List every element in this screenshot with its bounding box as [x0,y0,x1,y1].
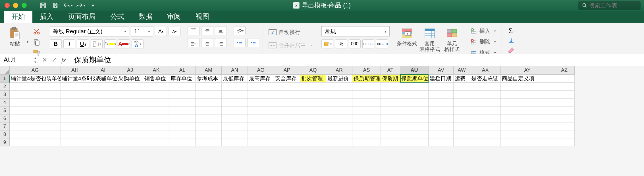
column-header-AN[interactable]: AN [222,66,248,75]
percent-format-button[interactable]: % [335,39,347,48]
cell-AM7[interactable] [196,122,222,130]
cell-AV6[interactable] [429,114,454,122]
row-header-7[interactable]: 7 [0,122,10,130]
column-header-AK[interactable]: AK [143,66,169,75]
cell-AT7[interactable] [381,122,400,130]
comma-format-button[interactable]: 000 [349,39,361,48]
cell-styles-button[interactable]: 单元 格样式 [442,26,462,52]
cell-AN6[interactable] [222,114,248,122]
cell-AZ1[interactable] [554,75,575,83]
cell-AI5[interactable] [89,107,117,114]
cell-AK4[interactable] [143,99,169,107]
cell-AH3[interactable] [61,91,89,99]
cell-AT5[interactable] [381,107,400,114]
cell-AL3[interactable] [169,91,196,99]
cell-AI2[interactable] [89,83,117,91]
cell-AN4[interactable] [222,99,248,107]
cell-AJ4[interactable] [117,99,143,107]
cell-AX4[interactable] [470,99,501,107]
tab-review[interactable]: 审阅 [160,9,188,23]
cell-AU2[interactable] [400,83,429,91]
cell-AS6[interactable] [352,114,381,122]
cell-AG1[interactable]: 辅计量4是否包装单位 [10,75,61,83]
fill-button[interactable] [505,37,517,44]
decrease-decimal-button[interactable]: .00←.0 [376,39,388,48]
cell-AW6[interactable] [454,114,470,122]
cell-AO2[interactable] [248,83,274,91]
row-header-6[interactable]: 6 [0,114,10,122]
cell-AL7[interactable] [169,122,196,130]
cell-AJ9[interactable] [117,138,143,146]
column-header-AY[interactable]: AY [501,66,554,75]
cell-AW3[interactable] [454,91,470,99]
cell-AX7[interactable] [470,122,501,130]
row-header-4[interactable]: 4 [0,99,10,107]
cell-AQ8[interactable] [300,130,326,138]
row-header-8[interactable]: 8 [0,130,10,138]
column-header-AO[interactable]: AO [248,66,274,75]
cell-AI8[interactable] [89,130,117,138]
cell-AM2[interactable] [196,83,222,91]
cell-AQ9[interactable] [300,138,326,146]
clear-button[interactable] [505,46,517,54]
cell-AP2[interactable] [274,83,300,91]
cell-AH8[interactable] [61,130,89,138]
cell-AR8[interactable] [326,130,352,138]
cell-AK8[interactable] [143,130,169,138]
cell-AQ1[interactable]: 批次管理 [300,75,326,83]
column-header-AT[interactable]: AT [381,66,400,75]
cell-AN8[interactable] [222,130,248,138]
align-left-button[interactable] [188,38,200,47]
cell-AZ7[interactable] [554,122,575,130]
customize-qat-icon[interactable]: ▾ [88,2,98,9]
cell-AZ6[interactable] [554,114,575,122]
cell-AZ3[interactable] [554,91,575,99]
cell-AO7[interactable] [248,122,274,130]
column-header-AU[interactable]: AU [400,66,429,75]
cell-AJ2[interactable] [117,83,143,91]
cell-AT6[interactable] [381,114,400,122]
save-icon[interactable] [51,2,60,9]
cell-AV7[interactable] [429,122,454,130]
cell-AN1[interactable]: 最低库存 [222,75,248,83]
format-as-table-button[interactable]: 套用 表格格式 [419,26,440,52]
cell-AJ5[interactable] [117,107,143,114]
cell-AK5[interactable] [143,107,169,114]
cell-AP9[interactable] [274,138,300,146]
cell-AY8[interactable] [501,130,554,138]
align-top-button[interactable] [188,26,200,35]
cell-AV8[interactable] [429,130,454,138]
minimize-window-button[interactable] [13,3,18,8]
tab-home[interactable]: 开始 [4,9,32,23]
cell-AW2[interactable] [454,83,470,91]
cell-AH4[interactable] [61,99,89,107]
wrap-text-button[interactable]: 自动换行 [266,27,303,37]
cell-AG6[interactable] [10,114,61,122]
cell-AS3[interactable] [352,91,381,99]
cancel-formula-button[interactable]: ✕ [42,56,47,64]
cell-AL9[interactable] [169,138,196,146]
cell-AY6[interactable] [501,114,554,122]
cell-AV3[interactable] [429,91,454,99]
cell-AO3[interactable] [248,91,274,99]
cell-AG9[interactable] [10,138,61,146]
cell-AP4[interactable] [274,99,300,107]
cell-AX5[interactable] [470,107,501,114]
cell-AT9[interactable] [381,138,400,146]
cell-AR9[interactable] [326,138,352,146]
cell-AY5[interactable] [501,107,554,114]
cell-AW8[interactable] [454,130,470,138]
column-header-AI[interactable]: AI [89,66,117,75]
align-center-button[interactable] [201,38,213,47]
cell-AN5[interactable] [222,107,248,114]
cell-AR3[interactable] [326,91,352,99]
cell-AO8[interactable] [248,130,274,138]
autosave-icon[interactable] [38,2,48,9]
insert-cells-button[interactable]: 插入▾ [469,26,498,36]
cell-AJ1[interactable]: 采购单位 [117,75,143,83]
cell-AX2[interactable] [470,83,501,91]
cell-AU9[interactable] [400,138,429,146]
cell-AL5[interactable] [169,107,196,114]
cell-AJ7[interactable] [117,122,143,130]
cell-AI3[interactable] [89,91,117,99]
